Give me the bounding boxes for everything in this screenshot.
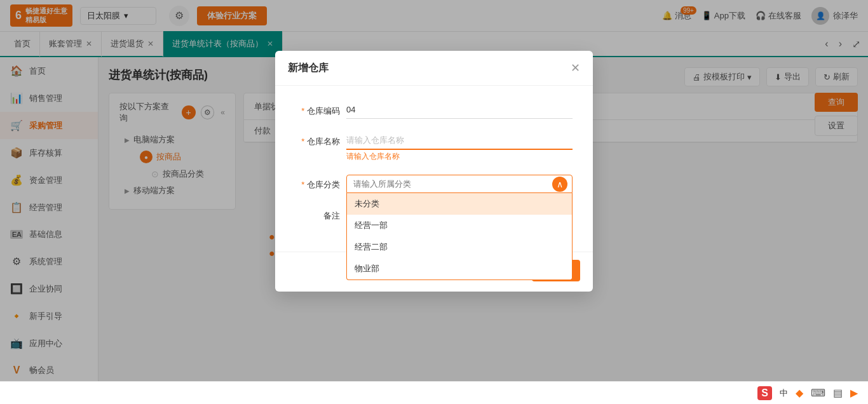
modal-body: 仓库编码 仓库名称 请输入仓库名称 仓库分类 ∧ (275, 86, 593, 252)
name-field: 请输入仓库名称 (346, 131, 573, 162)
status-s-icon: S (757, 386, 772, 400)
category-label: 仓库分类 (295, 175, 346, 191)
status-keyboard-icon: ⌨ (811, 387, 825, 399)
status-dot-icon: ◆ (796, 387, 803, 399)
form-row-category: 仓库分类 ∧ 未分类 经营一部 经营二部 物业部 (295, 175, 573, 193)
modal-close-button[interactable]: ✕ (571, 61, 580, 75)
modal-title: 新增仓库 (288, 62, 329, 75)
add-warehouse-modal: 新增仓库 ✕ 仓库编码 仓库名称 请输入仓库名称 仓库分类 (275, 51, 593, 292)
category-toggle-button[interactable]: ∧ (552, 177, 567, 192)
status-play-icon: ▶ (850, 387, 858, 399)
code-input[interactable] (346, 101, 573, 119)
category-dropdown: 未分类 经营一部 经营二部 物业部 (346, 193, 573, 280)
category-input-wrap: ∧ (346, 175, 573, 193)
code-field (346, 101, 573, 119)
note-label: 备注 (295, 206, 346, 222)
dropdown-item-dept2[interactable]: 经营二部 (347, 236, 572, 258)
status-grid-icon: ▤ (833, 387, 843, 399)
code-label: 仓库编码 (295, 101, 346, 117)
name-error-msg: 请输入仓库名称 (346, 151, 573, 162)
category-input[interactable] (346, 175, 573, 193)
dropdown-item-dept1[interactable]: 经营一部 (347, 215, 572, 236)
modal-overlay: 新增仓库 ✕ 仓库编码 仓库名称 请输入仓库名称 仓库分类 (0, 0, 868, 404)
name-label: 仓库名称 (295, 131, 346, 147)
category-field: ∧ 未分类 经营一部 经营二部 物业部 (346, 175, 573, 193)
dropdown-item-dept3[interactable]: 物业部 (347, 258, 572, 279)
modal-header: 新增仓库 ✕ (275, 51, 593, 86)
form-row-code: 仓库编码 (295, 101, 573, 119)
status-bar: S 中 ◆ ⌨ ▤ ▶ (0, 381, 868, 404)
form-row-name: 仓库名称 请输入仓库名称 (295, 131, 573, 162)
name-input[interactable] (346, 131, 573, 150)
dropdown-item-uncategorized[interactable]: 未分类 (347, 193, 572, 215)
status-zh-icon: 中 (780, 387, 788, 399)
